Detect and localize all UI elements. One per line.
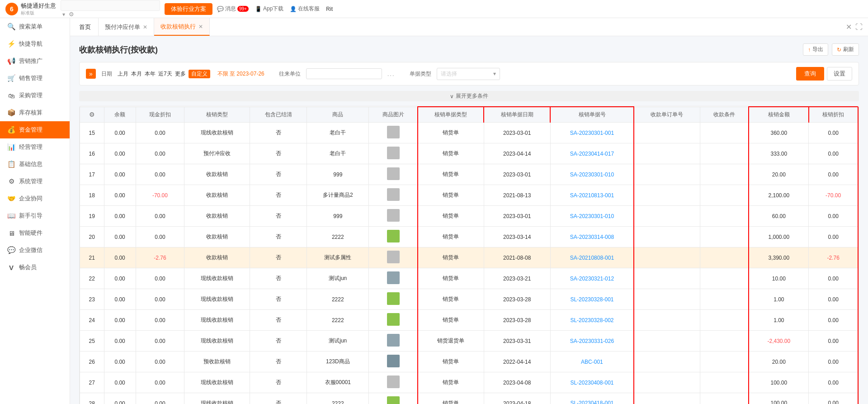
sidebar-item-finance[interactable]: 💰 资金管理	[0, 121, 70, 138]
settings-btn[interactable]: 设置	[827, 67, 852, 81]
marketing-icon: 📢	[7, 57, 15, 65]
doc-type-select[interactable]: 请选择 ▾	[437, 68, 500, 80]
td-collection-condition	[700, 227, 749, 247]
th-cash-discount: 现金折扣	[136, 107, 184, 123]
page-title-row: 收款核销执行(按收款) ↑ 导出 ↻ 刷新	[79, 43, 859, 56]
td-verify-doc-no: SA-20230301-010	[550, 206, 634, 227]
hardware-icon: 🖥	[7, 229, 15, 237]
query-btn[interactable]: 查询	[796, 67, 824, 81]
td-cash-discount: 0.00	[136, 268, 184, 289]
date-custom[interactable]: 自定义	[189, 70, 210, 78]
sidebar-item-hardware[interactable]: 🖥 智能硬件	[0, 224, 70, 242]
td-verify-amount: 1.00	[749, 310, 808, 331]
expand-more-btn[interactable]: ∨ 展开更多条件	[79, 91, 859, 101]
tab-maximize-icon[interactable]: ⛶	[855, 23, 863, 31]
th-product-img: 商品图片	[369, 107, 418, 123]
layout: 🔍 搜索菜单 ⚡ 快捷导航 📢 营销推广 🛒 销售管理 🛍 采购管理 📦 库存核…	[0, 18, 868, 404]
td-collection-order-no	[634, 331, 700, 352]
td-cash-discount: 0.00	[136, 227, 184, 247]
notification-label: 消息	[225, 5, 236, 13]
td-verify-type: 收款核销	[184, 164, 250, 185]
export-btn[interactable]: ↑ 导出	[803, 43, 828, 56]
sidebar-item-sales[interactable]: 🛒 销售管理	[0, 70, 70, 87]
date-this-month[interactable]: 本月	[131, 70, 142, 78]
table-row: 26 0.00 0.00 预收款核销 否 123D商品 销货单 2022-04-…	[80, 352, 859, 372]
date-this-year[interactable]: 本年	[145, 70, 156, 78]
td-verify-type: 现线收款核销	[184, 331, 250, 352]
search-input[interactable]	[61, 0, 160, 11]
dropdown-icon[interactable]: ▾	[62, 11, 65, 18]
td-balance: 0.00	[104, 289, 136, 310]
settings-icon[interactable]: ⚙	[69, 11, 74, 18]
industry-btn[interactable]: 体验行业方案	[165, 3, 212, 15]
search-area: ▾ ⚙	[61, 0, 160, 18]
td-verify-doc-no: SL-20230328-001	[550, 289, 634, 310]
sidebar-item-inventory[interactable]: 📦 库存核算	[0, 104, 70, 121]
tab-prepay[interactable]: 预付冲应付单 ✕	[99, 18, 154, 36]
from-unit-dots[interactable]: ...	[387, 71, 395, 77]
td-id: 25	[80, 331, 104, 352]
td-verify-discount: 0.00	[809, 164, 858, 185]
data-table: ⚙ 余额 现金折扣 核销类型 包含已结清 商品 商品图片 核销单据类型 核销单据…	[80, 106, 859, 404]
sidebar-item-search[interactable]: 🔍 搜索菜单	[0, 18, 70, 35]
sidebar-label-inventory: 库存核算	[19, 109, 42, 117]
sidebar-item-system[interactable]: ⚙ 系统管理	[0, 173, 70, 190]
notification-item[interactable]: 💬 消息 99+	[217, 5, 249, 13]
online-service[interactable]: 👤 在线客服	[290, 5, 320, 13]
expand-more-icon: ∨	[450, 93, 454, 100]
table-row: 24 0.00 0.00 现线收款核销 否 2222 销货单 2023-03-2…	[80, 310, 859, 331]
sidebar-item-guide[interactable]: 📖 新手引导	[0, 207, 70, 224]
td-cash-discount: 0.00	[136, 310, 184, 331]
tab-close-window-icon[interactable]: ✕	[846, 23, 852, 31]
td-product: 衣服00001	[307, 372, 369, 393]
from-unit-input[interactable]	[306, 68, 382, 79]
td-verify-doc-no: SA-20230301-001	[550, 123, 634, 143]
sidebar-item-marketing[interactable]: 📢 营销推广	[0, 52, 70, 70]
td-verify-type: 预收款核销	[184, 352, 250, 372]
td-verify-doc-type: 销货单	[418, 206, 484, 227]
date-7days[interactable]: 近7天	[158, 70, 172, 78]
td-verify-doc-no: SA-20230314-008	[550, 227, 634, 247]
td-product-img	[369, 227, 418, 247]
td-include-settled: 否	[250, 268, 307, 289]
td-verify-amount: 1.00	[749, 289, 808, 310]
sidebar-item-wechat[interactable]: 💬 企业微信	[0, 242, 70, 259]
td-verify-discount: 0.00	[809, 310, 858, 331]
td-id: 19	[80, 206, 104, 227]
tab-verify-close[interactable]: ✕	[198, 24, 203, 30]
sidebar-item-operations[interactable]: 📊 经营管理	[0, 138, 70, 156]
date-more[interactable]: 更多	[175, 70, 186, 78]
refresh-btn[interactable]: ↻ 刷新	[832, 43, 859, 56]
td-verify-type: 预付冲应收	[184, 143, 250, 164]
td-id: 23	[80, 289, 104, 310]
settings-icon[interactable]: ⚙	[89, 111, 95, 118]
sidebar-item-member[interactable]: V 畅会员	[0, 259, 70, 276]
td-collection-condition	[700, 247, 749, 268]
td-include-settled: 否	[250, 185, 307, 206]
th-settings[interactable]: ⚙	[80, 107, 104, 123]
filter-expand-btn[interactable]: »	[86, 69, 96, 79]
td-verify-doc-type: 销货单	[418, 185, 484, 206]
sidebar-label-purchase: 采购管理	[19, 91, 42, 100]
table-row: 22 0.00 0.00 现线收款核销 否 测试jun 销货单 2023-03-…	[80, 268, 859, 289]
table-row: 21 0.00 -2.76 收款核销 否 测试多属性 销货单 2021-08-0…	[80, 247, 859, 268]
sidebar-item-enterprise[interactable]: 🤝 企业协同	[0, 190, 70, 207]
sidebar-item-basic[interactable]: 📋 基础信息	[0, 156, 70, 173]
td-balance: 0.00	[104, 206, 136, 227]
tab-verify[interactable]: 收款核销执行 ✕	[154, 18, 210, 36]
td-id: 24	[80, 310, 104, 331]
td-cash-discount: -2.76	[136, 247, 184, 268]
tab-home[interactable]: 首页	[72, 18, 99, 36]
sidebar-label-search: 搜索菜单	[19, 23, 42, 31]
sidebar-item-quicknav[interactable]: ⚡ 快捷导航	[0, 35, 70, 52]
tab-prepay-close[interactable]: ✕	[143, 24, 147, 30]
td-id: 20	[80, 227, 104, 247]
td-verify-doc-no: SA-20230414-017	[550, 143, 634, 164]
td-verify-amount: 20.00	[749, 164, 808, 185]
td-verify-doc-type: 销货单	[418, 268, 484, 289]
td-verify-discount: 0.00	[809, 289, 858, 310]
date-last-month[interactable]: 上月	[118, 70, 128, 78]
app-download[interactable]: 📱 App下载	[255, 5, 283, 13]
sidebar-item-purchase[interactable]: 🛍 采购管理	[0, 87, 70, 104]
td-verify-type: 收款核销	[184, 247, 250, 268]
